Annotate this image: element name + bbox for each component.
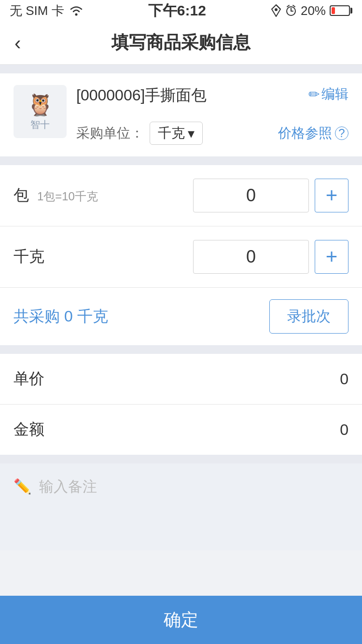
status-right: 20%: [271, 3, 352, 18]
price-section: 单价 0 金额 0: [0, 354, 362, 455]
confirm-button[interactable]: 确定: [0, 596, 362, 644]
total-prefix: 共采购: [14, 308, 60, 325]
purchase-unit: 采购单位： 千克 ▾: [76, 122, 203, 145]
quantity-label-bao: 包 1包=10千克: [14, 185, 98, 206]
svg-point-0: [75, 14, 77, 16]
total-value: 0: [64, 308, 73, 325]
quantity-input-bao[interactable]: 0: [193, 179, 309, 212]
amount-label: 金额: [14, 419, 44, 440]
product-card: 🦉 智十 [0000006]手撕面包 ✏ 编辑 采购单位： 千克 ▾: [0, 73, 362, 156]
quantity-plus-kg[interactable]: +: [315, 240, 348, 274]
batch-button[interactable]: 录批次: [269, 299, 348, 334]
product-image: 🦉 智十: [14, 85, 67, 138]
svg-point-1: [275, 8, 278, 11]
unit-price-value: 0: [340, 370, 348, 388]
price-ref-label: 价格参照: [278, 124, 332, 142]
quantity-sublabel-bao: 1包=10千克: [37, 190, 98, 203]
total-section: 共采购 0 千克 录批次: [0, 288, 362, 345]
section-divider-4: [0, 455, 362, 463]
section-divider-1: [0, 65, 362, 73]
unit-label: 采购单位：: [76, 124, 144, 142]
quantity-value-bao: 0: [246, 185, 256, 206]
quantity-input-kg[interactable]: 0: [193, 240, 309, 274]
quantity-row-kg: 千克 0 +: [0, 226, 362, 288]
quantity-label-kg: 千克: [14, 246, 71, 267]
battery-icon: [330, 5, 352, 16]
dropdown-icon: ▾: [188, 126, 195, 141]
total-text: 共采购 0 千克: [14, 306, 108, 327]
remark-section[interactable]: ✏️ 输入备注: [0, 463, 362, 550]
location-icon: [271, 4, 281, 17]
battery-percent: 20%: [301, 3, 326, 18]
section-divider-2: [0, 156, 362, 165]
amount-value: 0: [340, 421, 348, 439]
product-name: [0000006]手撕面包: [76, 85, 207, 106]
no-sim-label: 无 SIM 卡: [10, 2, 64, 19]
status-bar: 无 SIM 卡 下午6:12: [0, 0, 362, 21]
wifi-icon: [69, 5, 84, 16]
edit-label: 编辑: [321, 85, 348, 103]
quantity-plus-bao[interactable]: +: [315, 179, 348, 212]
unit-value: 千克: [158, 124, 185, 142]
quantity-value-kg: 0: [246, 247, 256, 267]
quantity-section: 包 1包=10千克 0 + 千克 0 +: [0, 165, 362, 288]
product-edit-button[interactable]: ✏ 编辑: [308, 85, 348, 103]
alarm-icon: [285, 4, 297, 17]
unit-select-dropdown[interactable]: 千克 ▾: [150, 122, 203, 145]
section-divider-3: [0, 345, 362, 354]
status-left: 无 SIM 卡: [10, 2, 84, 19]
product-meta: 采购单位： 千克 ▾ 价格参照 ?: [76, 122, 348, 145]
remark-placeholder: 输入备注: [39, 477, 97, 497]
price-ref-help-icon: ?: [335, 126, 348, 140]
quantity-row-bao: 包 1包=10千克 0 +: [0, 165, 362, 226]
price-row-amount: 金额 0: [0, 405, 362, 455]
status-time: 下午6:12: [148, 1, 206, 21]
page-title: 填写商品采购信息: [111, 31, 251, 55]
product-brand-label: 智十: [30, 118, 50, 131]
svg-line-5: [287, 5, 289, 7]
unit-price-label: 单价: [14, 368, 44, 390]
pencil-icon: ✏️: [14, 478, 31, 495]
back-button[interactable]: ‹: [14, 33, 21, 53]
price-ref-button[interactable]: 价格参照 ?: [278, 124, 348, 142]
product-info: [0000006]手撕面包 ✏ 编辑 采购单位： 千克 ▾ 价格参照 ?: [76, 85, 348, 145]
price-row-unit: 单价 0: [0, 354, 362, 405]
product-owl-icon: 🦉: [27, 92, 54, 117]
svg-line-6: [293, 5, 295, 7]
total-unit: 千克: [77, 308, 108, 325]
nav-bar: ‹ 填写商品采购信息: [0, 21, 362, 65]
